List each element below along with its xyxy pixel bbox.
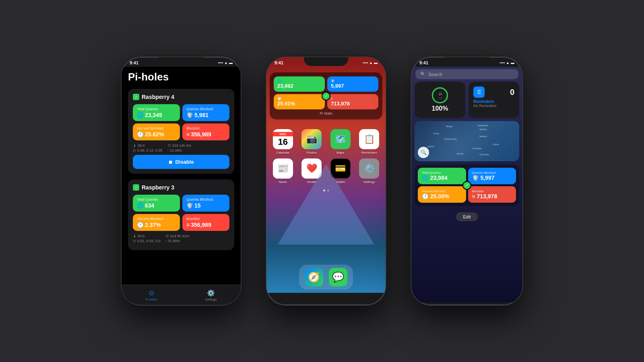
reminders-top: ☰ 0 [473,86,514,98]
map-label-spain: SPAIN [479,128,487,131]
map-label-braga: Braga [446,125,452,128]
queries-blocked-card-1: Queries Blocked 🛡️ 5,981 [182,104,229,121]
wifi-icon-2: ▲ [369,61,373,65]
reminders-icon: 📋 [359,129,379,149]
battery-widget: 📱 100% [415,82,465,118]
map-label-granada: Granada [479,153,489,156]
pw-tq-value: 🌐 23,984 [422,175,462,181]
pb-label-1: Percent Blocked [137,126,176,130]
w-blocklist: ≡ 713,978 [327,94,378,109]
pw-qb-label: Queries Blocked [472,171,512,175]
pw-blocklist: Blocklist ≡ 713,978 [468,186,516,203]
tab-bar-1: ⊙ Pi-holes ⚙️ Settings [122,285,241,305]
notch-3 [445,57,489,66]
reminders-sub: No Reminders [473,104,514,108]
tq-value-1: 🌐 23,345 [137,112,176,118]
w-bl-value: 713,978 [331,101,375,107]
wifi-icon: ▲ [224,61,228,65]
server-2-name: Raspberry 3 [142,184,174,191]
status-icons-2: ▪▪▪▪ ▲ ▬ [363,61,378,65]
tq-label-2: Total Queries [137,197,176,202]
server-1-footer: 🌡 58.0 ⊙ 0.08, 0.12, 0.05 ⏱ 32d 14h 5m [133,144,229,152]
app-calendar[interactable]: WED 16 Calendar [270,129,295,154]
server-2-card: ✓ Raspberry 3 Total Queries 🌐 634 Querie… [128,179,234,250]
server-1-header: ✓ Rasbperry 4 [133,94,229,100]
phone-3: 9:41 ▪▪▪▪ ▲ ▬ 🔍 Search 📱 100% ☰ 0 [411,56,523,306]
settings-tab-icon: ⚙️ [207,289,215,297]
reminders-widget: ☰ 0 Reminders No Reminders [469,82,519,118]
bl-label-2: Blocklist [186,217,225,221]
server-2-stats: Total Queries 🌐 634 Queries Blocked 🛡️ 1… [133,195,229,231]
app-reminders[interactable]: 📋 Reminders [357,129,382,154]
pihole-widget-grid: Total Queries 🌐 23,984 Queries Blocked 🛡… [418,168,516,203]
search-bar[interactable]: 🔍 Search [415,69,518,79]
qb-label-1: Queries Blocked [186,107,225,111]
qb-value-1: 🛡️ 5,981 [186,112,225,118]
server-2-header: ✓ Raspberry 3 [133,184,229,191]
list-icon-1: ≡ [186,131,190,138]
bl-label-1: Blocklist [186,126,225,130]
tq-label-1: Total Queries [137,107,176,111]
reminders-count: 0 [510,88,514,97]
search-icon: 🔍 [420,72,426,77]
top-widget-row: 📱 100% ☰ 0 Reminders No Reminders [415,82,519,118]
load-icon-1: ⊙ [133,148,136,152]
app-maps[interactable]: 🗺️ Maps [328,129,353,154]
pw-qb-value: 🛡️ 5,997 [472,175,512,181]
cal-day: 16 [278,136,288,146]
safari-dock-icon[interactable]: 🧭 [305,268,323,286]
tab-settings[interactable]: ⚙️ Settings [181,289,241,301]
shield-icon-1: ✓ [133,94,139,100]
blocklist-card-1: Blocklist ≡ 356,989 [182,123,229,140]
time-3: 9:41 [419,60,428,65]
pw-bl-label: Blocklist [472,189,512,193]
pi-stats-widget: 🌐 23,982 🛡️ 5,997 🕐 25.01% ≡ 713,978 [270,72,382,119]
reminders-title: Reminders [473,99,514,104]
map-label-madrid: Madrid [479,135,487,138]
pb-value-2: 🕐 2.37% [137,222,176,228]
today-view: 🔍 Search 📱 100% ☰ 0 Reminders No Reminde… [411,67,522,302]
battery-icon: ▬ [229,61,233,65]
pw-queries-blocked: Queries Blocked 🛡️ 5,997 [468,168,516,184]
homescreen: 🌐 23,982 🛡️ 5,997 🕐 25.01% ≡ 713,978 [266,57,386,293]
map-label-elche: Elche [493,143,499,146]
messages-dock-icon[interactable]: 💬 [329,268,347,286]
time-2: 9:41 [275,60,283,65]
bl-value-1: ≡ 356,989 [186,131,225,138]
pw-total-queries: Total Queries 🌐 23,984 [418,168,466,184]
shield-icon-stat-1: 🛡️ [186,112,193,118]
widget-stats-grid: 🌐 23,982 🛡️ 5,997 🕐 25.01% ≡ 713,978 [274,76,378,109]
wifi-icon-3: ▲ [506,61,510,65]
app-photos[interactable]: 📷 Photos [299,129,324,154]
w-pb-label: 🕐 [277,97,321,101]
today-widgets: 📱 100% ☰ 0 Reminders No Reminders [411,82,522,221]
edit-button[interactable]: Edit [456,212,478,221]
disable-button-1[interactable]: Disable [133,155,229,169]
dock: 🧭 💬 [299,265,353,290]
cal-weekday: WED [273,132,293,136]
photos-icon: 📷 [301,129,322,149]
pihole-screen: Pi-holes ✓ Rasbperry 4 Total Queries 🌐 2… [122,67,241,302]
temp-icon-1: 🌡 [133,144,136,148]
notch-1 [159,57,203,66]
pw-pb-value: 🕐 25.00% [422,193,462,200]
shield-icon-2: ✓ [133,184,139,191]
piholes-tab-icon: ⊙ [149,289,154,297]
w-pb-value: 25.01% [277,101,321,107]
signal-icon-2: ▪▪▪▪ [363,61,368,65]
pw-bl-value: ≡ 713,978 [472,193,512,200]
map-label-valladolid: Valladolid [477,124,488,127]
map-label-lisbon: Lisbon [427,145,434,148]
queries-blocked-card-2: Queries Blocked 🛡️ 15 [182,195,229,212]
tab-piholes[interactable]: ⊙ Pi-holes [122,289,181,301]
map-search-button[interactable]: 🔍 [418,147,429,158]
w-queries-blocked: 🛡️ 5,997 [327,76,378,92]
pihole-large-widget: Total Queries 🌐 23,984 Queries Blocked 🛡… [415,165,519,206]
pw-pb-label: Percent Blocked [422,189,462,193]
w-tq-label: 🌐 [277,79,321,83]
w-tq-value: 23,982 [277,83,321,89]
total-queries-card-1: Total Queries 🌐 23,345 [133,104,180,121]
calendar-label: Calendar [277,151,289,154]
percent-blocked-card-2: Percent Blocked 🕐 2.37% [133,214,180,231]
triangle-decoration [278,164,374,245]
